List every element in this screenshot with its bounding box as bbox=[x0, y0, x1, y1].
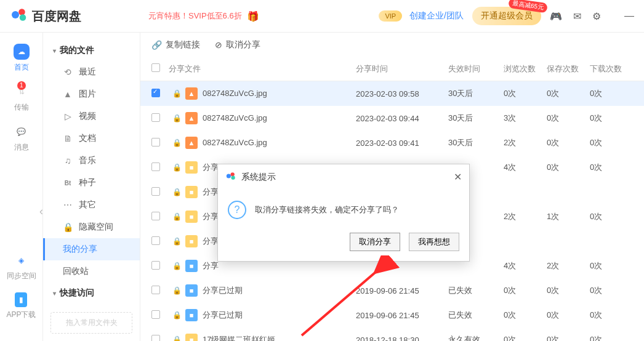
sidebar-group-myfiles[interactable]: ▾ 我的文件 bbox=[43, 40, 140, 61]
row-checkbox[interactable] bbox=[151, 310, 160, 319]
sidebar-item-hidden[interactable]: 🔒隐藏空间 bbox=[43, 216, 140, 238]
table-row[interactable]: 🔒■分享已过期2019-09-06 21:45已失效0次0次0次 bbox=[140, 303, 644, 327]
cell-time: 2018-12-18 18:30 bbox=[356, 335, 448, 342]
table-row[interactable]: 🔒▲082748ZuVcG.jpg2023-02-03 09:5830天后0次0… bbox=[140, 81, 644, 106]
sidebar-item-myshare[interactable]: 我的分享 bbox=[43, 238, 140, 260]
chevron-down-icon: ▾ bbox=[53, 290, 56, 297]
nav-transfer[interactable]: ⇅ 1 传输 bbox=[14, 84, 30, 113]
row-checkbox[interactable] bbox=[151, 286, 160, 294]
row-checkbox[interactable] bbox=[151, 113, 160, 122]
image-icon: ▲ bbox=[63, 89, 73, 99]
col-expire[interactable]: 失效时间 bbox=[448, 63, 504, 74]
cell-views: 0次 bbox=[504, 334, 547, 341]
cell-downloads: 0次 bbox=[590, 211, 633, 222]
cell-expire: 已失效 bbox=[448, 285, 504, 296]
sidebar-item-bt[interactable]: Bt种子 bbox=[43, 172, 140, 194]
cell-downloads: 0次 bbox=[590, 285, 633, 296]
row-checkbox[interactable] bbox=[151, 335, 160, 342]
cancel-share-button[interactable]: ⊘取消分享 bbox=[215, 39, 260, 50]
sidebar-item-other[interactable]: ⋯其它 bbox=[43, 194, 140, 216]
file-name: 082748ZuVcG.jpg bbox=[203, 138, 267, 147]
recent-icon: ⟲ bbox=[63, 67, 73, 77]
cell-time: 2023-02-03 09:44 bbox=[356, 114, 448, 123]
row-checkbox[interactable] bbox=[151, 261, 160, 270]
file-name: 082748ZuVcG.jpg bbox=[203, 113, 267, 122]
dialog-message: 取消分享链接将失效，确定不分享了吗？ bbox=[255, 204, 399, 215]
game-icon[interactable]: 🎮 bbox=[550, 10, 562, 22]
sidebar-item-images[interactable]: ▲图片 bbox=[43, 83, 140, 105]
col-saves[interactable]: 保存次数 bbox=[547, 63, 590, 74]
row-checkbox[interactable] bbox=[151, 212, 160, 220]
file-type-icon: ■ bbox=[185, 334, 198, 341]
select-all-checkbox[interactable] bbox=[151, 63, 160, 72]
sidebar-item-recycle[interactable]: 回收站 bbox=[43, 260, 140, 283]
table-row[interactable]: 🔒▲082748ZuVcG.jpg2023-02-03 09:4130天后2次0… bbox=[140, 130, 644, 155]
nav-transfer-label: 传输 bbox=[14, 102, 29, 113]
col-downloads[interactable]: 下载次数 bbox=[590, 63, 633, 74]
logo[interactable]: 百度网盘 bbox=[10, 6, 148, 26]
row-checkbox[interactable] bbox=[151, 162, 160, 171]
cell-downloads: 0次 bbox=[590, 260, 633, 271]
sidebar-group-quick[interactable]: ▾ 快捷访问 bbox=[43, 283, 140, 303]
file-name: 分享 bbox=[203, 187, 219, 196]
open-svip-button[interactable]: 开通超级会员 最高减65元 bbox=[472, 7, 541, 25]
lock-icon: 🔒 bbox=[172, 188, 182, 196]
lock-icon: 🔒 bbox=[172, 89, 182, 98]
nav-messages[interactable]: 💬 消息 bbox=[14, 124, 30, 153]
doc-icon: 🗎 bbox=[63, 134, 73, 143]
nav-app-label: APP下载 bbox=[6, 310, 36, 320]
file-type-icon: ■ bbox=[185, 309, 198, 321]
create-team-link[interactable]: 创建企业/团队 bbox=[409, 10, 464, 22]
cell-expire: 30天后 bbox=[448, 88, 504, 99]
dialog-confirm-button[interactable]: 取消分享 bbox=[350, 233, 400, 251]
nav-app-download[interactable]: ▮ APP下载 bbox=[6, 292, 36, 320]
row-checkbox[interactable] bbox=[151, 138, 160, 146]
cell-saves: 0次 bbox=[547, 137, 590, 148]
row-checkbox[interactable] bbox=[151, 89, 160, 97]
sidebar-item-recent[interactable]: ⟲最近 bbox=[43, 61, 140, 83]
gift-icon[interactable]: 🎁 bbox=[247, 10, 259, 22]
table-row[interactable]: 🔒■17级网媒二班赵红姬2018-12-18 18:30永久有效0次0次0次 bbox=[140, 327, 644, 341]
table-header: 分享文件 分享时间 失效时间 浏览次数 保存次数 下载次数 bbox=[140, 57, 644, 81]
dialog-cancel-button[interactable]: 我再想想 bbox=[409, 233, 459, 251]
cell-time: 2023-02-03 09:58 bbox=[356, 89, 448, 98]
confirm-dialog: 系统提示 ✕ ? 取消分享链接将失效，确定不分享了吗？ 取消分享 我再想想 bbox=[217, 164, 470, 262]
cell-views: 0次 bbox=[504, 88, 547, 99]
promo-text[interactable]: 元宵特惠！SVIP低至6.6折 bbox=[148, 10, 242, 22]
close-icon[interactable]: ✕ bbox=[454, 171, 462, 183]
phone-icon: ▮ bbox=[15, 292, 27, 307]
dialog-header: 系统提示 ✕ bbox=[218, 164, 469, 190]
vip-badge[interactable]: VIP bbox=[379, 10, 402, 22]
table-row[interactable]: 🔒▲082748ZuVcG.jpg2023-02-03 09:4430天后3次0… bbox=[140, 106, 644, 130]
cell-downloads: 0次 bbox=[590, 113, 633, 124]
nav-home[interactable]: ☁ 首页 bbox=[14, 44, 30, 73]
link-icon: 🔗 bbox=[151, 40, 162, 50]
col-name[interactable]: 分享文件 bbox=[169, 63, 356, 74]
lock-icon: 🔒 bbox=[172, 335, 182, 341]
import-folder-dropzone[interactable]: 拖入常用文件夹 bbox=[50, 312, 132, 334]
window-minimize-icon[interactable]: — bbox=[624, 10, 634, 22]
sidebar-item-video[interactable]: ▷视频 bbox=[43, 105, 140, 127]
baidu-netdisk-logo-icon bbox=[10, 6, 28, 26]
lock-icon: 🔒 bbox=[172, 138, 182, 147]
sidebar-item-docs[interactable]: 🗎文档 bbox=[43, 127, 140, 150]
svg-point-4 bbox=[231, 172, 235, 176]
mail-icon[interactable]: ✉ bbox=[573, 10, 581, 22]
cell-saves: 1次 bbox=[547, 211, 590, 222]
sidebar-item-music[interactable]: ♫音乐 bbox=[43, 150, 140, 172]
dialog-title: 系统提示 bbox=[241, 172, 276, 183]
nav-sync[interactable]: ◈ 同步空间 bbox=[7, 252, 36, 281]
cell-views: 0次 bbox=[504, 310, 547, 321]
gear-icon[interactable]: ⚙ bbox=[592, 10, 601, 22]
sidebar-group-label: 我的文件 bbox=[60, 45, 94, 56]
row-checkbox[interactable] bbox=[151, 236, 160, 245]
copy-link-button[interactable]: 🔗复制链接 bbox=[151, 39, 200, 50]
cell-time: 2019-09-06 21:45 bbox=[356, 286, 448, 295]
col-time[interactable]: 分享时间 bbox=[356, 63, 448, 74]
cell-expire: 永久有效 bbox=[448, 334, 504, 341]
cell-saves: 0次 bbox=[547, 88, 590, 99]
table-row[interactable]: 🔒■分享已过期2019-09-06 21:45已失效0次0次0次 bbox=[140, 278, 644, 303]
row-checkbox[interactable] bbox=[151, 187, 160, 196]
app-name: 百度网盘 bbox=[32, 8, 81, 25]
col-views[interactable]: 浏览次数 bbox=[504, 63, 547, 74]
